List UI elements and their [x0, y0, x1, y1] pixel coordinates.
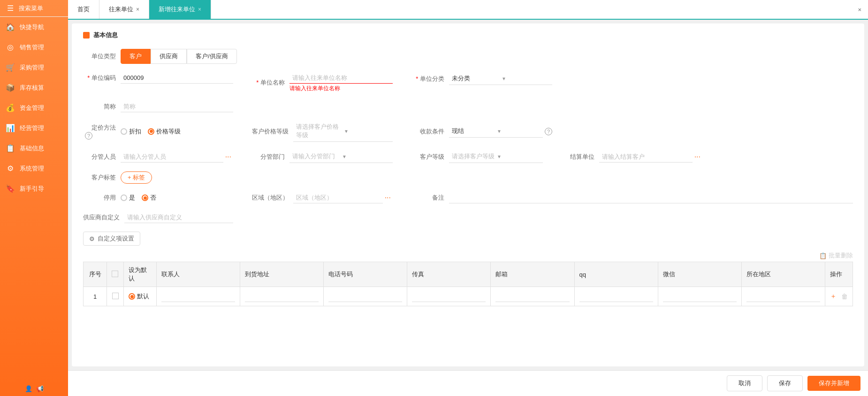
pricing-help-icon[interactable]: ?: [85, 132, 92, 140]
operations-icon: 📊: [6, 124, 15, 132]
unit-type-label: 单位类型: [83, 52, 121, 61]
row-region[interactable]: [741, 287, 825, 306]
col-actions: 操作: [825, 262, 853, 287]
sidebar-item-sales[interactable]: ◎ 销售管理: [0, 37, 68, 57]
sidebar-item-label: 采购管理: [20, 63, 44, 72]
btn-type-both[interactable]: 客户/供应商: [187, 49, 237, 64]
sidebar-item-purchase[interactable]: 🛒 采购管理: [0, 57, 68, 78]
row-default: 默认: [124, 287, 157, 306]
field-unit-name: 单位名称 请输入往来单位名称: [252, 72, 393, 93]
add-row-icon[interactable]: ＋: [830, 292, 837, 301]
field-settlement-unit: 结算单位 ···: [562, 151, 702, 163]
tab-new-partner-close[interactable]: ×: [198, 6, 201, 13]
disabled-label: 停用: [83, 194, 121, 202]
radio-no-label: 否: [150, 194, 156, 202]
row-phone[interactable]: [324, 287, 407, 306]
row-supplier-custom: 供应商自定义: [83, 212, 853, 223]
department-select[interactable]: 请输入分管部门 ▼: [289, 150, 393, 163]
add-tag-button[interactable]: + 标签: [121, 171, 152, 184]
chevron-down-icon: ▼: [497, 129, 540, 134]
radio-no-circle: [142, 194, 148, 201]
manager-more-btn[interactable]: ···: [223, 153, 233, 161]
col-region: 所在地区: [741, 262, 825, 287]
remark-input[interactable]: [449, 192, 853, 203]
row-address-input[interactable]: [245, 291, 319, 302]
chevron-down-icon: ▼: [497, 154, 540, 159]
payment-terms-select[interactable]: 现结 ▼: [449, 125, 543, 138]
radio-yes-circle: [121, 194, 127, 201]
delete-row-icon[interactable]: 🗑: [841, 293, 848, 300]
batch-delete-label[interactable]: 批量删除: [829, 251, 853, 260]
save-button[interactable]: 保存: [767, 375, 803, 391]
row-wechat-input[interactable]: [663, 291, 737, 302]
short-name-input[interactable]: [121, 101, 233, 112]
radio-no[interactable]: 否: [142, 194, 156, 202]
radio-yes[interactable]: 是: [121, 194, 135, 202]
finance-icon: 💰: [6, 103, 15, 112]
row-fax[interactable]: [407, 287, 491, 306]
sidebar-item-label: 库存核算: [20, 84, 44, 92]
sales-icon: ◎: [6, 43, 15, 52]
inventory-icon: 📦: [6, 83, 15, 92]
row-email[interactable]: [491, 287, 574, 306]
sidebar-item-guide[interactable]: 🔖 新手引导: [0, 179, 68, 199]
cancel-button[interactable]: 取消: [727, 375, 762, 391]
field-payment-terms: 收款条件 现结 ▼ ?: [411, 125, 552, 138]
row-email-input[interactable]: [495, 291, 569, 302]
row-phone-input[interactable]: [328, 291, 402, 302]
btn-type-supplier[interactable]: 供应商: [151, 49, 187, 64]
table-header-checkbox[interactable]: [112, 271, 118, 277]
row-default-radio[interactable]: 默认: [129, 292, 152, 301]
manager-input[interactable]: [121, 151, 223, 163]
tabs-bar: 首页 往来单位 × 新增往来单位 × ×: [68, 0, 868, 20]
row-region-input[interactable]: [746, 291, 820, 302]
custom-settings-button[interactable]: ⚙ 自定义项设置: [83, 232, 140, 246]
col-phone: 电话号码: [324, 262, 407, 287]
row-fax-input[interactable]: [412, 291, 486, 302]
save-and-new-button[interactable]: 保存并新增: [807, 376, 860, 391]
sidebar-item-basic[interactable]: 📋 基础信息: [0, 138, 68, 158]
unit-category-label: 单位分类: [411, 75, 449, 83]
radio-yes-label: 是: [129, 194, 135, 202]
row-contact-input[interactable]: [161, 291, 235, 302]
field-department: 分管部门 请输入分管部门 ▼: [252, 150, 393, 163]
sidebar-item-system[interactable]: ⚙ 系统管理: [0, 158, 68, 179]
unit-category-select[interactable]: 未分类 ▼: [449, 72, 552, 85]
section-title: 基本信息: [83, 31, 853, 39]
radio-discount[interactable]: 折扣: [121, 127, 141, 136]
supplier-custom-input[interactable]: [124, 212, 233, 223]
row-qq-input[interactable]: [579, 291, 653, 302]
sidebar-search[interactable]: ☰ 搜索菜单: [0, 0, 68, 16]
customer-tag-label: 客户标签: [83, 173, 121, 182]
settlement-unit-more-btn[interactable]: ···: [693, 153, 702, 161]
radio-price-level[interactable]: 价格等级: [148, 127, 181, 136]
sidebar-item-inventory[interactable]: 📦 库存核算: [0, 78, 68, 98]
settlement-unit-input[interactable]: [599, 151, 693, 163]
sidebar-item-operations[interactable]: 📊 经营管理: [0, 118, 68, 138]
sidebar-item-finance[interactable]: 💰 资金管理: [0, 98, 68, 118]
customer-price-level-select[interactable]: 请选择客户价格等级 ▼: [293, 121, 393, 142]
payment-terms-help-icon[interactable]: ?: [545, 128, 552, 135]
tab-home[interactable]: 首页: [68, 0, 99, 19]
unit-code-input[interactable]: [121, 72, 233, 84]
tab-partners-close[interactable]: ×: [136, 6, 139, 13]
row-checkbox-cell: [107, 287, 124, 306]
customer-level-select[interactable]: 请选择客户等级 ▼: [449, 150, 543, 163]
user-icon[interactable]: 👤: [25, 385, 32, 392]
tab-partners[interactable]: 往来单位 ×: [99, 0, 149, 19]
row-wechat[interactable]: [658, 287, 741, 306]
region-more-btn[interactable]: ···: [383, 194, 393, 202]
contacts-table: 序号 设为默认 联系人 到货地址 电话号码 传真 邮箱 qq 微信 所在地区: [83, 262, 853, 306]
unit-name-input[interactable]: [289, 72, 393, 84]
tabs-close-all[interactable]: ×: [851, 0, 868, 19]
notify-icon[interactable]: 📢: [36, 385, 44, 392]
sidebar-item-quick-nav[interactable]: 🏠 快捷导航: [0, 17, 68, 37]
tab-new-partner[interactable]: 新增往来单位 ×: [149, 0, 211, 19]
row-qq[interactable]: [574, 287, 658, 306]
row-address[interactable]: [240, 287, 324, 306]
unit-name-error: 请输入往来单位名称: [289, 85, 393, 93]
btn-type-customer[interactable]: 客户: [121, 49, 151, 64]
region-input[interactable]: [293, 192, 383, 203]
row-contact[interactable]: [157, 287, 240, 306]
row-checkbox[interactable]: [112, 293, 119, 299]
